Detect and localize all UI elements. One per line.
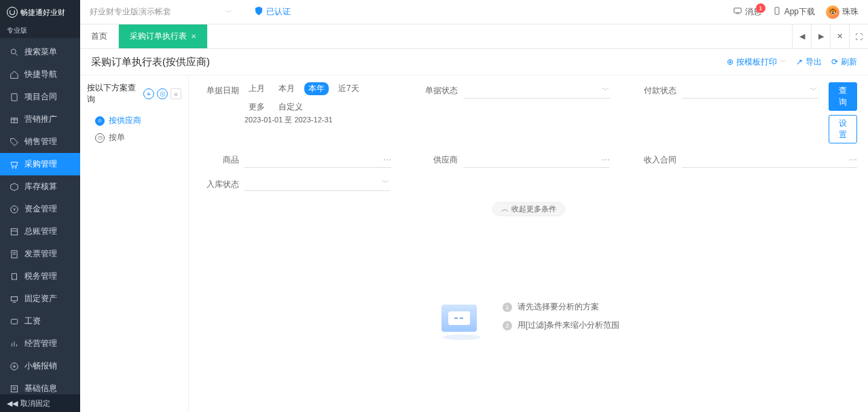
- svg-rect-17: [11, 319, 17, 324]
- scheme-collapse-button[interactable]: «: [170, 88, 181, 99]
- page-title: 采购订单执行表(按供应商): [91, 56, 210, 69]
- export-label: 导出: [806, 56, 822, 68]
- scheme-panel: 按以下方案查询 + « ☺ 按供应商 ◷ 按单: [80, 75, 189, 412]
- tab-fullscreen[interactable]: ⛶: [849, 24, 868, 48]
- sidebar-item-marketing[interactable]: 营销推广: [0, 108, 80, 131]
- tab-label: 首页: [91, 31, 107, 42]
- sidebar-item-salary[interactable]: 工资: [0, 310, 80, 332]
- voucher-status-select[interactable]: ﹀: [463, 82, 610, 99]
- verified-badge[interactable]: 已认证: [254, 6, 291, 18]
- filter-label-date: 单据日期: [200, 82, 239, 97]
- user-menu[interactable]: 🐯 珠珠: [826, 5, 858, 19]
- verified-text: 已认证: [266, 6, 291, 18]
- sidebar-item-assets[interactable]: 固定资产: [0, 288, 80, 310]
- sidebar-item-funds[interactable]: ¥资金管理: [0, 198, 80, 220]
- chevron-down-icon: ﹀: [382, 177, 390, 188]
- collapse-label: 收起更多条件: [511, 204, 556, 214]
- svg-point-28: [162, 93, 163, 95]
- date-chip-this-year[interactable]: 本年: [304, 82, 329, 95]
- collapse-conditions-button[interactable]: ︿ 收起更多条件: [492, 202, 565, 216]
- tag-icon: [10, 137, 19, 147]
- chat-icon: [733, 6, 742, 18]
- empty-step-1: 请先选择要分析的方案: [518, 301, 599, 313]
- messages-count: 1: [756, 3, 765, 13]
- app-download-button[interactable]: App下载: [772, 6, 815, 18]
- sidebar-label: 总账管理: [24, 226, 57, 237]
- empty-illustration: [437, 295, 486, 337]
- date-chip-this-month[interactable]: 本月: [274, 82, 299, 95]
- tab-current[interactable]: 采购订单执行表 ✕: [119, 24, 208, 48]
- payment-status-select[interactable]: ﹀: [682, 82, 818, 99]
- home-icon: [10, 70, 19, 80]
- supplier-select[interactable]: ⋯: [463, 152, 610, 168]
- sidebar-item-sales[interactable]: 销售管理: [0, 131, 80, 153]
- sidebar-item-reimburse[interactable]: 小畅报销: [0, 355, 80, 377]
- query-button[interactable]: 查询: [829, 82, 857, 111]
- filter-label-payment-status: 付款状态: [637, 82, 676, 97]
- filter-label-inbound-status: 入库状态: [200, 176, 239, 190]
- brand-name: 畅捷通好业财: [20, 7, 65, 18]
- sidebar-item-invoice[interactable]: 发票管理: [0, 243, 80, 265]
- settings-button[interactable]: 设置: [829, 115, 857, 143]
- tab-prev[interactable]: ◀: [792, 24, 811, 48]
- sidebar-item-search-menu[interactable]: 搜索菜单: [0, 41, 80, 63]
- svg-rect-22: [11, 385, 17, 392]
- refresh-button[interactable]: ⟳ 刷新: [831, 56, 857, 68]
- tab-home[interactable]: 首页: [80, 24, 119, 48]
- scheme-item-by-voucher[interactable]: ◷ 按单: [87, 129, 181, 146]
- date-chip-more[interactable]: 更多: [245, 101, 269, 114]
- scheme-settings-button[interactable]: [157, 88, 168, 99]
- sidebar-item-quicknav[interactable]: 快捷导航: [0, 63, 80, 86]
- chevron-down-icon: ﹀: [780, 57, 786, 67]
- svg-rect-10: [11, 228, 17, 235]
- date-chip-custom[interactable]: 自定义: [274, 101, 307, 114]
- sidebar-label: 营销推广: [24, 114, 57, 125]
- more-icon: ⋯: [602, 155, 610, 165]
- scheme-item-by-supplier[interactable]: ☺ 按供应商: [87, 112, 181, 129]
- sidebar-item-operation[interactable]: 经营管理: [0, 332, 80, 355]
- ledger-icon: [10, 227, 19, 237]
- date-chip-last-month[interactable]: 上月: [245, 82, 269, 95]
- account-selector[interactable]: 好业财专业版演示帐套 ﹀: [90, 6, 232, 18]
- sidebar-label: 基础信息: [24, 383, 57, 394]
- filter-area: 单据日期 上月 本月 本年 近7天 更多 自定义 2023-01-01 至 20…: [189, 75, 868, 412]
- inbound-status-select[interactable]: ﹀: [245, 175, 390, 191]
- sidebar-item-project-contract[interactable]: 项目合同: [0, 86, 80, 108]
- scheme-item-label: 按供应商: [109, 115, 141, 126]
- search-icon: [10, 48, 19, 57]
- print-button[interactable]: ⊕ 按模板打印 ﹀: [727, 56, 786, 68]
- sidebar-item-purchase[interactable]: 采购管理: [0, 153, 80, 175]
- tab-label: 采购订单执行表: [130, 31, 187, 42]
- brand-area: 畅捷通好业财: [0, 0, 80, 24]
- scheme-add-button[interactable]: +: [143, 88, 154, 99]
- date-chip-7days[interactable]: 近7天: [334, 82, 363, 95]
- tab-close-all[interactable]: ✕: [830, 24, 849, 48]
- export-button[interactable]: ↗ 导出: [796, 56, 822, 68]
- more-icon: ⋯: [383, 155, 391, 165]
- asset-icon: [10, 294, 19, 304]
- sidebar-item-basic-info[interactable]: 基础信息: [0, 377, 80, 394]
- info-icon: [10, 384, 19, 394]
- tab-next[interactable]: ▶: [811, 24, 830, 48]
- svg-line-1: [16, 53, 18, 55]
- page-header: 采购订单执行表(按供应商) ⊕ 按模板打印 ﹀ ↗ 导出 ⟳ 刷新: [80, 49, 868, 75]
- goods-select[interactable]: ⋯: [245, 152, 391, 168]
- sidebar-item-inventory[interactable]: 库存核算: [0, 175, 80, 198]
- brand-logo-icon: [7, 7, 18, 18]
- cart-icon: [10, 160, 19, 169]
- sidebar-unpin[interactable]: ◀◀ 取消固定: [0, 394, 80, 412]
- filter-label-goods: 商品: [200, 152, 239, 166]
- tabbar: 首页 采购订单执行表 ✕ ◀ ▶ ✕ ⛶: [80, 24, 868, 49]
- sidebar-label: 经营管理: [24, 338, 57, 349]
- sidebar-item-ledger[interactable]: 总账管理: [0, 220, 80, 243]
- chevron-down-icon: ﹀: [810, 84, 818, 96]
- close-icon[interactable]: ✕: [191, 33, 196, 40]
- income-contract-select[interactable]: ⋯: [682, 152, 857, 168]
- brand-edition: 专业版: [0, 24, 80, 38]
- messages-button[interactable]: 消息 1: [733, 6, 761, 18]
- chart-icon: [10, 339, 19, 349]
- svg-text:¥: ¥: [13, 207, 16, 211]
- sidebar-label: 快捷导航: [24, 69, 57, 80]
- account-name: 好业财专业版演示帐套: [90, 6, 171, 18]
- sidebar-item-tax[interactable]: 税务管理: [0, 265, 80, 288]
